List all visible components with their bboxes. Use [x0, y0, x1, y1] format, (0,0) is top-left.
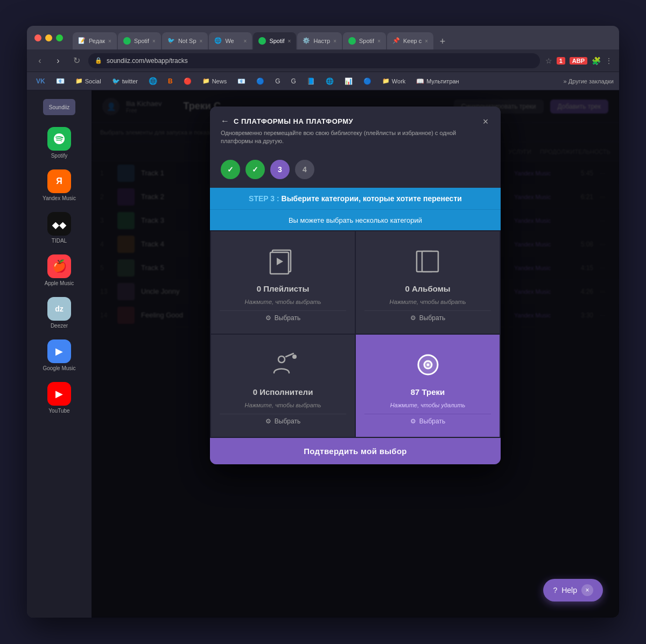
bookmark-vk[interactable]: VK: [32, 76, 49, 87]
album-svg-icon: [415, 248, 441, 275]
tab-1[interactable]: 📝 Редак ×: [73, 32, 117, 49]
step-title-text: STEP 3 : Выберите категории, которые хот…: [221, 194, 490, 203]
multitran-icon: 📖: [416, 77, 424, 85]
tab-label-4: We: [225, 38, 234, 44]
playlists-action[interactable]: ⚙ Выбрать: [220, 310, 346, 325]
browser-window: 📝 Редак × Spotif × 🐦 Not Sp × 🌐 We ×: [27, 26, 619, 618]
sidebar-service-apple[interactable]: 🍎 Apple Music: [35, 250, 83, 291]
address-bar: ‹ › ↻ 🔒 soundiiz.com/webapp/tracks ☆ 1 A…: [27, 49, 619, 72]
albums-action[interactable]: ⚙ Выбрать: [364, 310, 491, 325]
tracks-action[interactable]: ⚙ Выбрать: [364, 414, 491, 428]
tab-favicon-1: 📝: [78, 37, 86, 45]
gmail-icon: 📧: [237, 77, 245, 85]
back-button[interactable]: ‹: [33, 56, 46, 66]
help-button[interactable]: ? Help ×: [543, 579, 603, 601]
tab-close-active[interactable]: ×: [288, 38, 291, 44]
bookmark-item5[interactable]: 🔵: [252, 76, 268, 87]
close-traffic-light[interactable]: [34, 34, 41, 41]
new-tab-button[interactable]: +: [434, 33, 451, 49]
tab-3[interactable]: 🐦 Not Sp ×: [162, 32, 208, 49]
category-tracks[interactable]: 87 Треки Нажмите, чтобы удалить ⚙ Выбрат…: [356, 335, 500, 437]
menu-icon[interactable]: ⋮: [605, 56, 613, 65]
reload-button[interactable]: ↻: [70, 55, 83, 66]
bookmark-google[interactable]: G: [271, 76, 284, 87]
sidebar-service-google[interactable]: ▶ Google Music: [35, 335, 83, 376]
bookmark-gmail[interactable]: 📧: [234, 76, 249, 87]
modal-overlay: ← С ПЛАТФОРМЫ НА ПЛАТФОРМУ Одновременно …: [92, 90, 619, 618]
playlists-count: 0 Плейлисты: [257, 284, 309, 293]
more-bookmarks[interactable]: » Другие закладки: [564, 78, 614, 84]
bookmark-item10[interactable]: 🔵: [360, 76, 375, 87]
bookmark-brave[interactable]: B: [164, 76, 177, 87]
tab-close-5[interactable]: ×: [333, 38, 336, 44]
forward-button[interactable]: ›: [52, 56, 65, 66]
step-label: STEP 3 :: [249, 194, 279, 203]
playlists-action-label: Выбрать: [275, 314, 300, 322]
tidal-label: TIDAL: [52, 238, 67, 244]
bm-icon-1: 🌐: [149, 77, 157, 85]
bookmark-item7[interactable]: 📘: [303, 76, 319, 87]
bookmark-star-icon[interactable]: ☆: [545, 56, 552, 65]
bookmark-item3[interactable]: 🔴: [180, 76, 195, 87]
social-folder-label: Social: [85, 78, 101, 84]
help-close-button[interactable]: ×: [581, 584, 593, 596]
tab-favicon-4: 🌐: [214, 37, 222, 45]
tab-5[interactable]: ⚙️ Настр ×: [297, 32, 342, 49]
folder-icon: 📁: [75, 77, 83, 84]
category-playlists[interactable]: 0 Плейлисты Нажмите, чтобы выбрать ⚙ Выб…: [211, 231, 355, 334]
bookmark-item9[interactable]: 📊: [341, 76, 356, 87]
confirm-button[interactable]: Подтвердить мой выбор: [210, 438, 501, 464]
modal-close-button[interactable]: ×: [479, 115, 492, 128]
sidebar-service-youtube[interactable]: ▶ YouTube: [35, 378, 83, 418]
tab-close-6[interactable]: ×: [377, 38, 381, 44]
multitran-label: Мультитран: [426, 78, 459, 84]
bookmark-work-folder[interactable]: 📁 Work: [378, 76, 409, 86]
work-folder-icon: 📁: [382, 77, 390, 84]
twitter-icon: 🐦: [112, 77, 120, 85]
tab-label-3: Not Sp: [178, 38, 196, 44]
tab-active[interactable]: Spotif ×: [253, 32, 296, 49]
bookmark-item1[interactable]: 🌐: [145, 75, 161, 87]
modal-back-button[interactable]: ←: [221, 116, 229, 126]
modal-title: С ПЛАТФОРМЫ НА ПЛАТФОРМУ: [234, 117, 353, 125]
bm-icon-7: 📘: [307, 77, 315, 85]
tab-6[interactable]: Spotif ×: [343, 32, 386, 49]
bookmark-news-folder[interactable]: 📁 News: [199, 76, 231, 86]
tab-2[interactable]: Spotif ×: [118, 32, 161, 49]
minimize-traffic-light[interactable]: [45, 34, 52, 41]
news-folder-icon: 📁: [202, 77, 210, 84]
bookmark-item8[interactable]: 🌐: [322, 76, 338, 87]
tracks-icon-wrap: [411, 348, 445, 382]
sidebar-service-deezer[interactable]: dz Deezer: [35, 293, 83, 333]
tab-label-7: Keep c: [403, 38, 422, 44]
sidebar-service-yandex[interactable]: Я Yandex Music: [35, 165, 83, 206]
url-bar[interactable]: 🔒 soundiiz.com/webapp/tracks: [88, 53, 540, 68]
fullscreen-traffic-light[interactable]: [56, 34, 63, 41]
steps-indicator: ✓ ✓ 3 4: [210, 153, 501, 188]
bookmark-gsuite[interactable]: G: [287, 76, 300, 87]
tab-close-2[interactable]: ×: [152, 38, 156, 44]
tab-7[interactable]: 📌 Keep c ×: [387, 32, 433, 49]
sidebar: Soundiiz Spotify Я Yandex Music: [27, 90, 92, 618]
extensions-icon[interactable]: 🧩: [592, 56, 601, 65]
tracks-hint: Нажмите, чтобы удалить: [390, 402, 466, 408]
tab-close-7[interactable]: ×: [425, 38, 428, 44]
bookmark-social-folder[interactable]: 📁 Social: [72, 76, 105, 86]
app-logo[interactable]: Soundiiz: [43, 99, 75, 115]
artists-action[interactable]: ⚙ Выбрать: [220, 414, 346, 428]
bookmark-multitran[interactable]: 📖 Мультитран: [412, 76, 462, 87]
category-albums[interactable]: 0 Альбомы Нажмите, чтобы выбрать ⚙ Выбра…: [356, 231, 500, 334]
tab-close-1[interactable]: ×: [108, 38, 111, 44]
bookmark-mail[interactable]: 📧: [52, 75, 68, 87]
tab-close-3[interactable]: ×: [200, 38, 203, 44]
work-folder-label: Work: [392, 78, 405, 84]
tab-4[interactable]: 🌐 We ×: [209, 32, 252, 49]
sidebar-service-tidal[interactable]: TIDAL: [35, 208, 83, 248]
step-1: ✓: [221, 160, 240, 179]
bookmark-twitter[interactable]: 🐦 twitter: [108, 76, 142, 87]
category-artists[interactable]: 0 Исполнители Нажмите, чтобы выбрать ⚙ В…: [211, 335, 355, 437]
title-bar: 📝 Редак × Spotif × 🐦 Not Sp × 🌐 We ×: [27, 26, 619, 49]
sidebar-service-spotify[interactable]: Spotify: [35, 123, 83, 163]
tab-close-4[interactable]: ×: [244, 38, 247, 44]
spotify-label: Spotify: [51, 153, 68, 159]
